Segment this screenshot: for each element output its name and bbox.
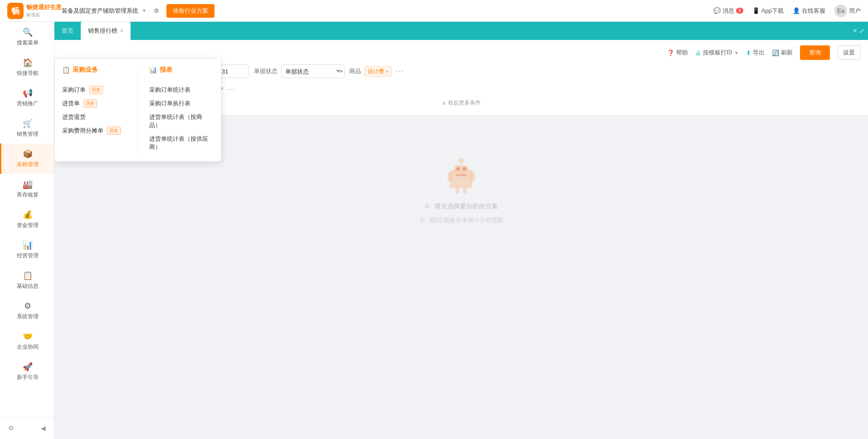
sidebar-label-inventory: 库存核算 bbox=[17, 191, 39, 199]
message-icon: 💬 bbox=[713, 7, 721, 14]
sidebar-label-operation: 经营管理 bbox=[17, 252, 39, 260]
purchase-business-title: 采购业务 bbox=[73, 66, 98, 74]
sidebar-item-quicknav[interactable]: 🏠 快捷导航 bbox=[0, 52, 54, 83]
dropdown-item-report-receipt-supplier[interactable]: 进货单统计表（按供应商） bbox=[149, 132, 214, 154]
refresh-action[interactable]: 🔄 刷新 bbox=[772, 49, 793, 57]
tab-window-close-icon[interactable]: × bbox=[853, 27, 857, 35]
export-icon: ⬆ bbox=[746, 49, 751, 56]
sidebar-item-basic[interactable]: 📋 基础信息 bbox=[0, 265, 54, 296]
order-status-select[interactable]: 单据状态 bbox=[281, 64, 345, 78]
sidebar-collapse-btn[interactable]: ◀ bbox=[36, 421, 50, 435]
system-name: 装备及固定资产辅助管理系统 bbox=[62, 7, 138, 15]
sidebar-item-finance[interactable]: 💰 资金管理 bbox=[0, 204, 54, 235]
sidebar-item-operation[interactable]: 📊 经营管理 bbox=[0, 235, 54, 265]
dropdown-item-report-order-detail[interactable]: 采购订单执行表 bbox=[149, 97, 214, 110]
sidebar-label-guide: 新手引导 bbox=[17, 374, 39, 381]
export-action[interactable]: ⬆ 导出 bbox=[746, 49, 765, 57]
purchase-receipt-label: 进货单 bbox=[62, 99, 80, 108]
purchase-icon: 📦 bbox=[23, 149, 33, 159]
sidebar-item-marketing[interactable]: 📢 营销推广 bbox=[0, 83, 54, 113]
svg-rect-4 bbox=[456, 187, 459, 193]
purchase-business-header: 📋 采购业务 bbox=[62, 66, 127, 78]
message-action[interactable]: 💬 消息 9 bbox=[713, 7, 743, 15]
purchase-dropdown-menu: 📋 采购业务 采购订单 历史 进货单 历史 进货退货 bbox=[54, 58, 221, 162]
tab-window-max-icon[interactable]: ⤢ bbox=[859, 27, 864, 35]
help-label: 帮助 bbox=[676, 49, 688, 57]
system-icon: ⚙ bbox=[24, 301, 31, 311]
svg-point-6 bbox=[456, 167, 460, 171]
query-btn[interactable]: 查询 bbox=[800, 45, 830, 60]
sidebar-label-purchase: 采购管理 bbox=[17, 161, 39, 168]
print-action[interactable]: 🖨 按模板打印 ▼ bbox=[695, 49, 739, 57]
purchase-order-label: 采购订单 bbox=[62, 86, 86, 94]
app-download-action[interactable]: 📱 App下载 bbox=[752, 7, 784, 15]
help-icon: ❓ bbox=[667, 49, 674, 56]
purchase-report-title: 报表 bbox=[160, 66, 172, 74]
dropdown-divider bbox=[138, 66, 138, 154]
tab-home-label: 首页 bbox=[62, 27, 73, 35]
purchase-receipt-history-badge: 历史 bbox=[83, 99, 97, 108]
sidebar-item-guide[interactable]: 🚀 新手引导 bbox=[0, 356, 54, 387]
page-content: ❓ 帮助 🖨 按模板打印 ▼ ⬆ 导出 🔄 刷新 bbox=[54, 40, 868, 439]
main-layout: 🔍 搜索菜单 🏠 快捷导航 📢 营销推广 🛒 销售管理 📦 采购管理 🏭 库存核… bbox=[0, 22, 868, 439]
dropdown-item-purchase-receipt[interactable]: 进货单 历史 bbox=[62, 97, 127, 110]
inventory-icon: 🏭 bbox=[23, 179, 33, 189]
sidebar-item-search[interactable]: 🔍 搜索菜单 bbox=[0, 22, 54, 52]
top-bar-center: 装备及固定资产辅助管理系统 ▼ ⚙ 体验行业方案 bbox=[62, 4, 713, 18]
sidebar-label-sales: 销售管理 bbox=[17, 130, 39, 138]
collapse-label: 收起更多条件 bbox=[448, 99, 481, 107]
tab-sales-rank[interactable]: 销售排行榜 × bbox=[81, 22, 131, 40]
sidebar-item-system[interactable]: ⚙ 系统管理 bbox=[0, 296, 54, 326]
sidebar-label-search: 搜索菜单 bbox=[17, 39, 39, 47]
settings-btn[interactable]: 设置 bbox=[837, 45, 861, 60]
sidebar-label-marketing: 营销推广 bbox=[17, 100, 39, 108]
report-receipt-product-label: 进货单统计表（按商品） bbox=[149, 113, 214, 129]
dropdown-item-report-order[interactable]: 采购订单统计表 bbox=[149, 83, 214, 97]
online-service-action[interactable]: 👤 在线客服 bbox=[793, 7, 825, 15]
empty-hint-2: ② 用[过滤]条件来缩小分析范围 bbox=[419, 216, 503, 224]
message-badge: 9 bbox=[736, 8, 743, 14]
purchase-expense-history-badge: 历史 bbox=[107, 127, 121, 135]
print-label: 按模板打印 bbox=[703, 49, 732, 57]
message-label: 消息 bbox=[722, 7, 734, 15]
phone-icon: 📱 bbox=[752, 7, 760, 14]
logo-text: 畅捷通好生意 标准版 bbox=[26, 3, 62, 18]
tab-bar: 首页 销售排行榜 × × ⤢ bbox=[54, 22, 868, 40]
empty-hint-1: ① 请先选择要分析的方案 bbox=[424, 202, 498, 211]
tab-close-icon[interactable]: × bbox=[120, 28, 123, 34]
system-settings-icon[interactable]: ⚙ bbox=[150, 5, 163, 17]
customer-more-icon[interactable]: ··· bbox=[227, 85, 235, 94]
edition-label: 标准版 bbox=[26, 12, 62, 18]
sidebar-label-enterprise: 企业协同 bbox=[17, 343, 39, 351]
refresh-icon: 🔄 bbox=[772, 49, 779, 56]
dropdown-item-purchase-expense[interactable]: 采购费用分摊单 历史 bbox=[62, 124, 127, 138]
product-tag-text: 设计费 bbox=[368, 68, 384, 75]
product-more-icon[interactable]: ··· bbox=[395, 67, 404, 75]
refresh-label: 刷新 bbox=[781, 49, 793, 57]
dropdown-item-purchase-return[interactable]: 进货退货 bbox=[62, 110, 127, 124]
sidebar-item-purchase[interactable]: 📦 采购管理 bbox=[0, 143, 54, 174]
system-dropdown-arrow[interactable]: ▼ bbox=[142, 8, 146, 13]
print-icon: 🖨 bbox=[695, 49, 701, 56]
avatar: Ea bbox=[834, 5, 847, 17]
brand-name: 畅捷通好生意 bbox=[26, 3, 62, 11]
sidebar-item-enterprise[interactable]: 🤝 企业协同 bbox=[0, 326, 54, 356]
purchase-return-label: 进货退货 bbox=[62, 113, 86, 121]
sidebar-item-sales[interactable]: 🛒 销售管理 bbox=[0, 113, 54, 143]
industry-btn[interactable]: 体验行业方案 bbox=[166, 4, 215, 18]
product-tag-close-icon[interactable]: × bbox=[386, 69, 389, 74]
tab-sales-rank-label: 销售排行榜 bbox=[88, 27, 117, 35]
help-action[interactable]: ❓ 帮助 bbox=[667, 49, 688, 57]
finance-icon: 💰 bbox=[23, 210, 33, 220]
operation-icon: 📊 bbox=[23, 240, 33, 250]
purchase-business-icon: 📋 bbox=[62, 66, 70, 74]
dropdown-item-purchase-order[interactable]: 采购订单 历史 bbox=[62, 83, 127, 97]
sidebar-settings-btn[interactable]: ⚙ bbox=[4, 421, 18, 435]
print-dropdown-icon[interactable]: ▼ bbox=[734, 50, 739, 55]
collapse-arrow-icon: ∧ bbox=[442, 100, 446, 106]
tab-home[interactable]: 首页 bbox=[54, 22, 81, 40]
dropdown-item-report-receipt-product[interactable]: 进货单统计表（按商品） bbox=[149, 110, 214, 132]
sales-icon: 🛒 bbox=[23, 118, 33, 128]
user-action[interactable]: Ea 用户 bbox=[834, 5, 861, 17]
sidebar-item-inventory[interactable]: 🏭 库存核算 bbox=[0, 174, 54, 204]
